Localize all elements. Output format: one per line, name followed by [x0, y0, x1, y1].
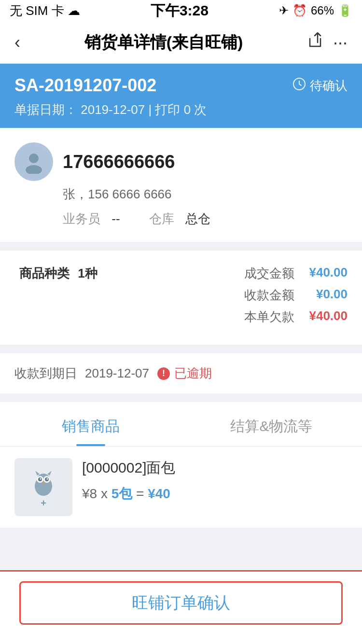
svg-point-2 [26, 165, 42, 174]
order-date-row: 单据日期： 2019-12-07 | 打印 0 次 [14, 101, 348, 118]
salesperson-label: 业务员 [63, 211, 100, 226]
overdue-text: 已逾期 [174, 365, 212, 382]
product-types-label: 商品种类 [19, 266, 70, 280]
customer-row: 17666666666 [14, 142, 348, 181]
deal-amount-row: 成交金额 ¥40.00 [244, 265, 348, 282]
product-price-formula: ¥8 x 5包 = ¥40 [82, 485, 348, 503]
received-row: 收款金额 ¥0.00 [244, 287, 348, 304]
deal-amount-label: 成交金额 [244, 265, 294, 282]
deal-amount-value: ¥40.00 [309, 265, 348, 282]
svg-point-12 [47, 478, 48, 479]
due-date-value: 2019-12-07 [85, 366, 149, 381]
svg-point-11 [40, 478, 42, 479]
customer-meta: 业务员 -- 仓库 总仓 [63, 210, 348, 227]
owed-row: 本单欠款 ¥40.00 [244, 308, 348, 325]
tabs: 销售商品 结算&物流等 [0, 402, 362, 447]
customer-name: 张，156 6666 6666 [63, 186, 348, 203]
status-time: 下午3:28 [151, 1, 209, 21]
product-types-value: 1种 [78, 266, 97, 280]
total-price: ¥40 [148, 486, 170, 501]
warehouse-info: 仓库 总仓 [149, 210, 210, 227]
product-info: [0000002]面包 ¥8 x 5包 = ¥40 [82, 458, 348, 516]
status-text: 待确认 [310, 77, 348, 94]
order-header-card: SA-20191207-002 待确认 单据日期： 2019-12-07 | 打… [0, 64, 362, 128]
amount-summary: 成交金额 ¥40.00 收款金额 ¥0.00 本单欠款 ¥40.00 [244, 265, 348, 330]
divider-1 [0, 243, 362, 251]
svg-marker-14 [35, 471, 40, 476]
product-types: 商品种类 1种 [14, 265, 97, 282]
overdue-badge: ! 已逾期 [157, 365, 212, 382]
multiply-sign: x [101, 486, 108, 501]
salesperson-info: 业务员 -- [63, 210, 120, 227]
warehouse-value: 总仓 [185, 211, 210, 226]
product-name: [0000002]面包 [82, 458, 348, 478]
share-button[interactable] [307, 32, 323, 53]
location-icon: ✈ [279, 4, 289, 17]
owed-label: 本单欠款 [244, 308, 294, 325]
nav-right: ··· [307, 32, 348, 53]
bottom-bar: 旺铺订单确认 [0, 570, 362, 644]
battery-icon: 🔋 [338, 4, 352, 17]
tab-settlement-logistics[interactable]: 结算&物流等 [181, 402, 362, 446]
salesperson-value: -- [111, 211, 120, 226]
avatar [14, 142, 53, 181]
due-date-label: 收款到期日 [14, 365, 77, 382]
order-status: 待确认 [292, 77, 348, 94]
sim-label: 无 SIM 卡 ☁ [10, 2, 80, 19]
nav-bar: ‹ 销货单详情(来自旺铺) ··· [0, 21, 362, 64]
order-id: SA-20191207-002 [14, 75, 156, 96]
svg-marker-15 [47, 471, 52, 476]
nav-left: ‹ [14, 32, 20, 53]
status-left: 无 SIM 卡 ☁ [10, 2, 80, 19]
svg-text:!: ! [162, 368, 165, 378]
customer-section: 17666666666 张，156 6666 6666 业务员 -- 仓库 总仓 [0, 128, 362, 242]
received-label: 收款金额 [244, 287, 294, 304]
more-button[interactable]: ··· [333, 32, 348, 53]
warehouse-label: 仓库 [149, 211, 174, 226]
alarm-icon: ⏰ [292, 4, 307, 17]
product-image: + [14, 458, 72, 516]
logo-plus: + [41, 498, 46, 509]
product-item: + [0000002]面包 ¥8 x 5包 = ¥40 [0, 447, 362, 528]
order-header-top: SA-20191207-002 待确认 [14, 75, 348, 96]
back-button[interactable]: ‹ [14, 32, 20, 53]
owed-value: ¥40.00 [309, 308, 348, 325]
svg-point-1 [29, 154, 39, 163]
status-right: ✈ ⏰ 66% 🔋 [279, 4, 352, 17]
battery-label: 66% [311, 4, 334, 17]
equals-sign: = [136, 486, 144, 501]
page-title: 销货单详情(来自旺铺) [84, 31, 243, 54]
quantity: 5包 [111, 486, 133, 501]
confirm-order-button[interactable]: 旺铺订单确认 [19, 581, 343, 625]
summary-section: 商品种类 1种 成交金额 ¥40.00 收款金额 ¥0.00 本单欠款 ¥40.… [0, 251, 362, 345]
divider-2 [0, 346, 362, 353]
tab-sales-products[interactable]: 销售商品 [0, 402, 181, 446]
clock-icon [292, 77, 306, 94]
due-date-section: 收款到期日 2019-12-07 ! 已逾期 [0, 353, 362, 393]
received-value: ¥0.00 [316, 287, 348, 304]
customer-phone: 17666666666 [63, 152, 175, 172]
unit-price: ¥8 [82, 486, 97, 501]
status-bar: 无 SIM 卡 ☁ 下午3:28 ✈ ⏰ 66% 🔋 [0, 0, 362, 21]
divider-3 [0, 394, 362, 402]
